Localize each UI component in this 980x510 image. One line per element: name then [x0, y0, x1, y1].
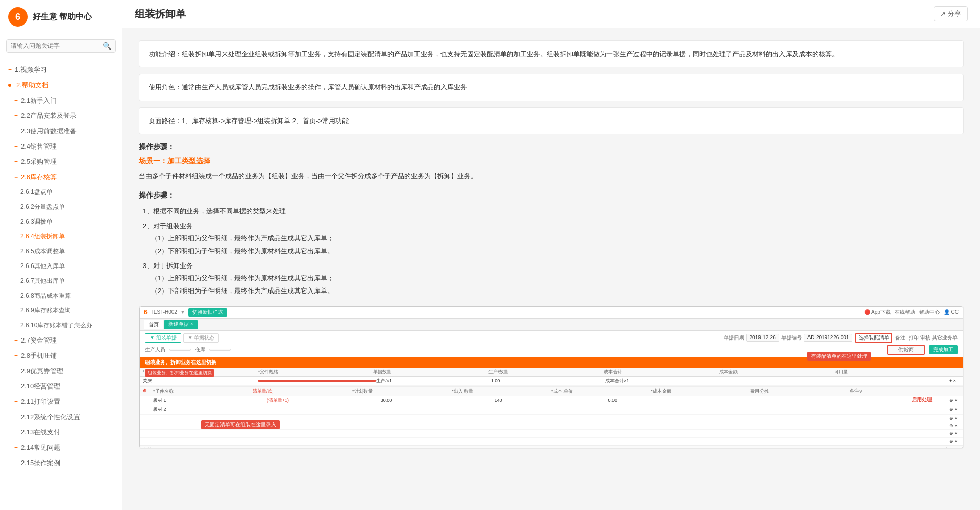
annotation-3-label: 启用处理: [912, 396, 932, 403]
plus-icon-v23: +: [14, 128, 18, 135]
step3-2: （2）下部明细为子件明细，最终作为产成品生成其它入库单。: [151, 285, 964, 298]
role-block: 使用角色：通常由生产人员或库管人员完成拆装业务的操作，库管人员确认原材料的出库和…: [139, 74, 964, 101]
plus-icon-v212: +: [14, 414, 18, 421]
plus-icon-v28: +: [14, 352, 18, 359]
sidebar-item-v268[interactable]: 2.6.8商品成本重算: [0, 288, 122, 303]
plus-icon-v25: +: [14, 158, 18, 165]
logo-icon: 6: [8, 7, 28, 27]
intro-text: 功能介绍：组装拆卸单用来处理企业组装或拆卸等加工业务，支持有固定装配清单的产品加…: [149, 50, 839, 58]
share-button[interactable]: ↗ 分享: [934, 6, 968, 21]
page-title: 组装拆卸单: [135, 7, 186, 21]
path-block: 页面路径：1、库存核算->库存管理->组装拆卸单 2、首页->常用功能: [139, 107, 964, 134]
steps-block: 1、根据不同的业务，选择不同单据的类型来处理 2、对于组装业务 （1）上部明细为…: [139, 205, 964, 298]
intro-block: 功能介绍：组装拆卸单用来处理企业组装或拆卸等加工业务，支持有固定装配清单的产品加…: [139, 40, 964, 67]
sidebar-item-v264[interactable]: 2.6.4组装拆卸单: [0, 229, 122, 244]
plus-icon-v210: +: [14, 383, 18, 390]
sidebar-item-v263[interactable]: 2.6.3调拨单: [0, 214, 122, 229]
ops-title: 操作步骤：: [139, 142, 964, 152]
step2-2: （2）下部明细为子件明细，最终作为原材料生成其它出库单。: [151, 245, 964, 258]
app-mock: 6 TEST-H002 ▼ 切换新旧样式 🔴 App下载 在线帮助 帮助中心 👤…: [139, 306, 963, 448]
scene1-title: 场景一：加工类型选择: [139, 157, 964, 166]
sidebar-item-v22[interactable]: + 2.2产品安装及登录: [0, 108, 122, 124]
plus-icon-v214: +: [14, 444, 18, 451]
search-input[interactable]: [11, 42, 103, 50]
step3: 3、对于拆卸业务: [143, 260, 964, 273]
sidebar-item-v267[interactable]: 2.6.7其他出库单: [0, 274, 122, 288]
search-icon[interactable]: 🔍: [103, 42, 111, 50]
plus-icon-v215: +: [14, 459, 18, 467]
content-area: 功能介绍：组装拆卸单用来处理企业组装或拆卸等加工业务，支持有固定装配清单的产品加…: [122, 28, 980, 510]
nav-tree: + 1.视频学习 2.帮助文档 + 2.1新手入门 + 2.2产品安装及登录 +…: [0, 58, 122, 510]
main-panel: 组装拆卸单 ↗ 分享 功能介绍：组装拆卸单用来处理企业组装或拆卸等加工业务，支持…: [122, 0, 980, 510]
screenshot-container: 6 TEST-H002 ▼ 切换新旧样式 🔴 App下载 在线帮助 帮助中心 👤…: [139, 306, 964, 449]
sidebar-item-v261[interactable]: 2.6.1盘点单: [0, 185, 122, 200]
plus-icon-v29: +: [14, 368, 18, 375]
annotation-2: 组装业务、拆卸业务在这里切换: [145, 369, 214, 377]
sidebar-item-v211[interactable]: + 2.11打印设置: [0, 394, 122, 409]
annotation-1: 有装配清单的在这里处理: [807, 352, 871, 361]
topbar: 组装拆卸单 ↗ 分享: [122, 0, 980, 28]
sidebar-item-v266[interactable]: 2.6.6其他入库单: [0, 259, 122, 274]
sidebar-item-v262[interactable]: 2.6.2分量盘点单: [0, 200, 122, 214]
sidebar-item-v210[interactable]: + 2.10经营管理: [0, 379, 122, 394]
plus-icon-v24: +: [14, 143, 18, 150]
sidebar-item-v213[interactable]: + 2.13在线支付: [0, 425, 122, 440]
step2: 2、对于组装业务: [143, 220, 964, 233]
sidebar-item-v212[interactable]: + 2.12系统个性化设置: [0, 409, 122, 425]
plus-icon-v211: +: [14, 398, 18, 405]
sidebar-item-v21[interactable]: + 2.1新手入门: [0, 93, 122, 108]
sidebar-item-v27[interactable]: + 2.7资金管理: [0, 333, 122, 348]
annotation-4: 无固定清单可在组装在这里录入: [201, 420, 280, 429]
logo-text: 好生意 帮助中心: [33, 12, 92, 22]
sidebar-item-v29[interactable]: + 2.9优惠券管理: [0, 363, 122, 379]
minus-icon-v26: −: [14, 174, 18, 181]
step3-1: （1）上部明细为父件明细，最终作为原材料生成其它出库单；: [151, 272, 964, 285]
sidebar-item-v28[interactable]: + 2.8手机旺铺: [0, 348, 122, 363]
plus-icon-v22: +: [14, 112, 18, 119]
plus-icon-v213: +: [14, 429, 18, 436]
sidebar-item-v2[interactable]: 2.帮助文档: [0, 78, 122, 93]
sidebar-item-v24[interactable]: + 2.4销售管理: [0, 139, 122, 154]
path-text: 页面路径：1、库存核算->库存管理->组装拆卸单 2、首页->常用功能: [149, 117, 349, 125]
dot-icon-v2: [8, 84, 11, 87]
step1: 1、根据不同的业务，选择不同单据的类型来处理: [143, 205, 964, 218]
scene1-desc: 当由多个子件材料组装成一个成品的业务为【组装】业务，当由一个父件拆分成多个子产品…: [139, 170, 964, 183]
sidebar-item-v215[interactable]: + 2.15操作案例: [0, 455, 122, 471]
step2-1: （1）上部明细为父件明细，最终作为产成品生成其它入库单；: [151, 232, 964, 245]
sidebar-item-v1[interactable]: + 1.视频学习: [0, 62, 122, 78]
plus-icon-v21: +: [14, 97, 18, 104]
sidebar-item-v25[interactable]: + 2.5采购管理: [0, 154, 122, 169]
sidebar-item-v23[interactable]: + 2.3使用前数据准备: [0, 124, 122, 139]
logo-area: 6 好生意 帮助中心: [0, 0, 122, 34]
search-input-wrap[interactable]: 🔍: [6, 39, 116, 53]
sidebar-item-v269[interactable]: 2.6.9库存账本查询: [0, 303, 122, 318]
sidebar-item-v26[interactable]: − 2.6库存核算: [0, 169, 122, 185]
sidebar-item-v2610[interactable]: 2.6.10库存账本错了怎么办: [0, 318, 122, 333]
ops-title2: 操作步骤：: [139, 191, 964, 200]
sidebar: 6 好生意 帮助中心 🔍 + 1.视频学习 2.帮助文档 + 2.1新手入门 +…: [0, 0, 122, 510]
role-text: 使用角色：通常由生产人员或库管人员完成拆装业务的操作，库管人员确认原材料的出库和…: [149, 83, 467, 91]
plus-icon-v27: +: [14, 337, 18, 344]
search-box: 🔍: [0, 34, 122, 58]
share-icon: ↗: [940, 10, 946, 18]
sidebar-item-v265[interactable]: 2.6.5成本调整单: [0, 244, 122, 259]
sidebar-item-v214[interactable]: + 2.14常见问题: [0, 440, 122, 455]
plus-icon-v1: +: [8, 66, 12, 74]
